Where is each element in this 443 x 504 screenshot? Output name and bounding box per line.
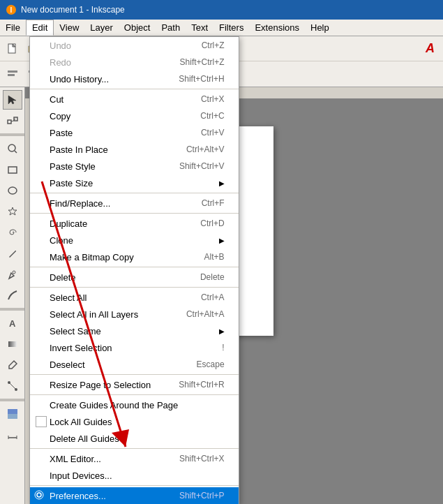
sep-after-delete (30, 287, 239, 288)
fill-tool[interactable] (3, 404, 22, 424)
window-title: New document 1 - Inkscape (21, 5, 125, 15)
menu-item-create-guides[interactable]: Create Guides Around the Page (30, 396, 239, 413)
menu-item-invert-selection[interactable]: Invert Selection ! (30, 339, 239, 356)
svg-rect-49 (8, 409, 17, 414)
menu-item-undo-history[interactable]: Undo History... Shift+Ctrl+H (30, 71, 239, 87)
svg-rect-29 (8, 71, 17, 73)
rect-tool[interactable] (3, 160, 22, 179)
menu-item-find-replace-label: Find/Replace... (50, 198, 110, 209)
sep-after-select (30, 374, 239, 375)
tool-separator-3 (0, 399, 24, 401)
select-tool[interactable] (3, 90, 22, 110)
menu-item-resize-page[interactable]: Resize Page to Selection Shift+Ctrl+R (30, 376, 239, 393)
menu-item-make-bitmap[interactable]: Make a Bitmap Copy Alt+B (30, 249, 239, 265)
menu-bar: File Edit View Layer Object Path Text Fi… (0, 20, 443, 36)
menu-item-cut-shortcut: Ctrl+X (201, 94, 225, 104)
connector-tool[interactable] (3, 376, 22, 396)
menu-extensions[interactable]: Extensions (249, 20, 305, 36)
title-bar: I New document 1 - Inkscape (0, 0, 443, 20)
menu-item-undo-label: Undo (50, 40, 71, 51)
menu-item-resize-page-label: Resize Page to Selection (50, 380, 151, 390)
menu-item-select-same[interactable]: Select Same ▶ (30, 323, 239, 339)
menu-edit[interactable]: Edit (26, 20, 54, 36)
menu-file[interactable]: File (0, 20, 26, 36)
menu-item-select-all[interactable]: Select All Ctrl+A (30, 289, 239, 306)
menu-item-input-devices-label: Input Devices... (50, 470, 112, 481)
edit-dropdown-menu: Undo Ctrl+Z Redo Shift+Ctrl+Z Undo Histo… (29, 36, 239, 504)
align-left-btn[interactable] (3, 64, 22, 84)
menu-item-paste-size[interactable]: Paste Size ▶ (30, 175, 239, 191)
menu-item-input-devices[interactable]: Input Devices... (30, 467, 239, 484)
node-tool[interactable] (3, 111, 22, 131)
menu-layer[interactable]: Layer (84, 20, 119, 36)
svg-point-88 (37, 493, 41, 497)
menu-item-copy[interactable]: Copy Ctrl+C (30, 108, 239, 124)
sep-after-history (30, 89, 239, 89)
menu-item-invert-shortcut: ! (222, 343, 224, 353)
menu-item-cut-label: Cut (50, 94, 63, 105)
menu-item-cut[interactable]: Cut Ctrl+X (30, 91, 239, 108)
menu-path[interactable]: Path (156, 20, 186, 36)
menu-item-select-all-shortcut: Ctrl+A (201, 292, 225, 302)
menu-item-select-all-layers[interactable]: Select All in All Layers Ctrl+Alt+A (30, 306, 239, 323)
svg-line-38 (15, 151, 17, 153)
menu-item-duplicate-label: Duplicate (50, 218, 87, 229)
menu-help[interactable]: Help (305, 20, 335, 36)
menu-item-paste[interactable]: Paste Ctrl+V (30, 124, 239, 141)
menu-item-delete-guides[interactable]: Delete All Guides (30, 430, 239, 447)
svg-text:I: I (10, 6, 13, 14)
pencil-tool[interactable] (3, 244, 22, 263)
clone-arrow: ▶ (219, 237, 225, 244)
measure-tool[interactable] (3, 425, 22, 445)
tool-separator-1 (0, 133, 24, 136)
gradient-tool[interactable] (3, 334, 22, 354)
left-toolbox: A (0, 87, 25, 504)
menu-item-lock-guides-label: Lock All Guides (50, 417, 112, 427)
star-tool[interactable] (3, 202, 22, 221)
svg-rect-30 (8, 74, 15, 76)
new-btn[interactable] (3, 39, 22, 59)
menu-item-find-replace[interactable]: Find/Replace... Ctrl+F (30, 195, 239, 212)
calligraphy-tool[interactable] (3, 286, 22, 305)
menu-filters[interactable]: Filters (213, 20, 249, 36)
svg-line-42 (15, 251, 16, 251)
menu-item-redo[interactable]: Redo Shift+Ctrl+Z (30, 54, 239, 71)
menu-item-select-all-layers-shortcut: Ctrl+Alt+A (186, 309, 225, 319)
svg-point-37 (8, 144, 15, 151)
menu-item-xml-editor[interactable]: XML Editor... Shift+Ctrl+X (30, 450, 239, 467)
menu-item-select-all-layers-label: Select All in All Layers (50, 309, 138, 320)
menu-item-delete-shortcut: Delete (200, 272, 225, 282)
menu-item-paste-style-label: Paste Style (50, 161, 96, 172)
menu-item-paste-style[interactable]: Paste Style Shift+Ctrl+V (30, 158, 239, 175)
pen-tool[interactable] (3, 265, 22, 284)
sep-after-paste (30, 193, 239, 193)
menu-item-clone[interactable]: Clone ▶ (30, 232, 239, 249)
zoom-tool[interactable] (3, 139, 22, 158)
menu-item-preferences[interactable]: Preferences... Shift+Ctrl+P (30, 487, 239, 504)
menu-text[interactable]: Text (186, 20, 213, 36)
sep-after-find (30, 213, 239, 214)
eyedropper-tool[interactable] (3, 355, 22, 375)
menu-item-delete-label: Delete (50, 272, 76, 283)
menu-view[interactable]: View (54, 20, 84, 36)
menu-item-paste-in-place-label: Paste In Place (50, 144, 108, 155)
menu-item-undo[interactable]: Undo Ctrl+Z (30, 37, 239, 54)
menu-item-lock-guides[interactable]: Lock All Guides (30, 413, 239, 430)
spiral-tool[interactable] (3, 223, 22, 242)
menu-object[interactable]: Object (119, 20, 156, 36)
menu-item-redo-shortcut: Shift+Ctrl+Z (180, 57, 225, 67)
menu-item-duplicate-shortcut: Ctrl+D (200, 218, 224, 228)
menu-item-paste-in-place[interactable]: Paste In Place Ctrl+Alt+V (30, 141, 239, 158)
circle-tool[interactable] (3, 181, 22, 200)
menu-item-duplicate[interactable]: Duplicate Ctrl+D (30, 215, 239, 232)
menu-item-deselect[interactable]: Deselect Escape (30, 356, 239, 373)
svg-rect-39 (8, 167, 17, 173)
svg-rect-45 (8, 341, 17, 347)
select-same-arrow: ▶ (219, 327, 225, 335)
menu-item-make-bitmap-shortcut: Alt+B (204, 252, 225, 262)
menu-item-delete[interactable]: Delete Delete (30, 269, 239, 286)
svg-marker-41 (8, 207, 17, 215)
menu-item-xml-editor-label: XML Editor... (50, 454, 101, 464)
text-tool[interactable]: A (3, 313, 22, 333)
svg-rect-50 (8, 414, 17, 419)
